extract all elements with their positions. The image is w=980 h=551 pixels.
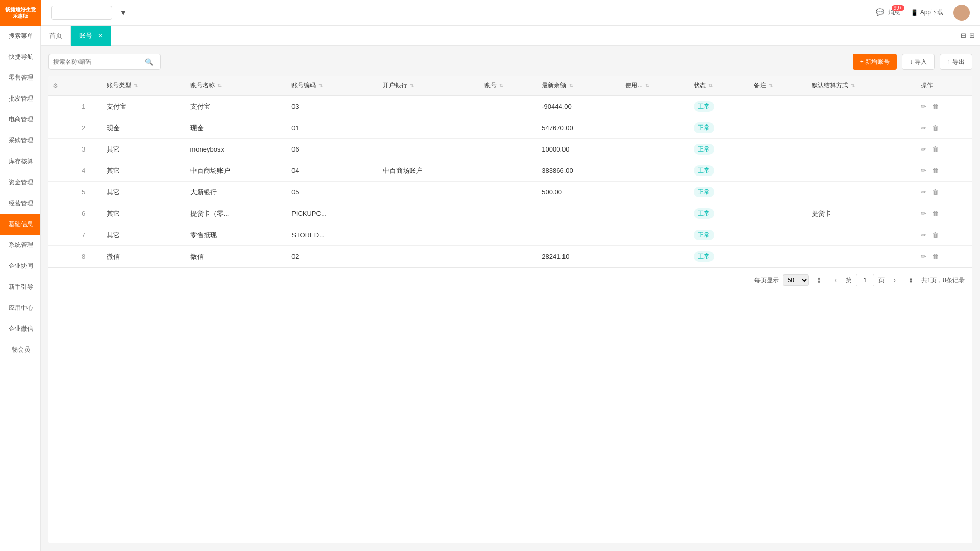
row-name: 零售抵现 bbox=[186, 224, 288, 246]
row-usage bbox=[621, 182, 690, 203]
edit-button[interactable]: ✏ bbox=[921, 210, 926, 217]
row-balance: -90444.00 bbox=[537, 95, 621, 117]
delete-button[interactable]: 🗑 bbox=[932, 231, 939, 239]
row-type: 其它 bbox=[103, 224, 186, 246]
col-balance[interactable]: 最新余额 ⇅ bbox=[537, 76, 621, 95]
table-row: 5 其它 大新银行 05 500.00 正常 ✏ 🗑 bbox=[48, 182, 972, 203]
col-remark[interactable]: 备注 ⇅ bbox=[750, 76, 807, 95]
delete-button[interactable]: 🗑 bbox=[932, 145, 939, 153]
search-icon[interactable]: 🔍 bbox=[145, 58, 153, 66]
sidebar-item-inventory[interactable]: 库存核算 bbox=[0, 151, 40, 172]
col-gear[interactable]: ⚙ bbox=[48, 76, 78, 95]
pg-first-btn[interactable]: ⟪ bbox=[813, 274, 825, 286]
sidebar-item-app-center[interactable]: 应用中心 bbox=[0, 297, 40, 318]
col-status[interactable]: 状态 ⇅ bbox=[690, 76, 750, 95]
col-default-settle[interactable]: 默认结算方式 ⇅ bbox=[807, 76, 917, 95]
row-gear-cell bbox=[48, 117, 78, 139]
edit-button[interactable]: ✏ bbox=[921, 231, 926, 239]
sidebar-item-retail[interactable]: 零售管理 bbox=[0, 67, 40, 88]
table-row: 7 其它 零售抵现 STORED... 正常 ✏ 🗑 bbox=[48, 224, 972, 246]
tab-expand-icon[interactable]: ⊞ bbox=[969, 32, 975, 39]
pg-next-btn[interactable]: › bbox=[889, 274, 901, 286]
delete-button[interactable]: 🗑 bbox=[932, 103, 939, 110]
add-account-button[interactable]: + 新增账号 bbox=[853, 54, 897, 70]
topbar-search-input[interactable] bbox=[51, 6, 112, 20]
page-input[interactable] bbox=[856, 274, 874, 286]
edit-button[interactable]: ✏ bbox=[921, 253, 926, 260]
export-button[interactable]: ↑ 导出 bbox=[940, 54, 972, 70]
row-account bbox=[480, 203, 538, 224]
sidebar-item-enterprise[interactable]: 企业协同 bbox=[0, 256, 40, 277]
row-usage bbox=[621, 246, 690, 267]
topbar-dropdown[interactable]: ▼ bbox=[120, 9, 127, 16]
delete-button[interactable]: 🗑 bbox=[932, 124, 939, 132]
sidebar-item-guide[interactable]: 新手引导 bbox=[0, 277, 40, 297]
col-account[interactable]: 账号 ⇅ bbox=[480, 76, 538, 95]
edit-button[interactable]: ✏ bbox=[921, 188, 926, 196]
table-row: 2 现金 现金 01 547670.00 正常 ✏ 🗑 bbox=[48, 117, 972, 139]
sidebar-item-member[interactable]: 畅会员 bbox=[0, 339, 40, 360]
page-content: 🔍 + 新增账号 ↓ 导入 ↑ 导出 bbox=[41, 46, 980, 551]
row-type: 其它 bbox=[103, 160, 186, 182]
row-usage bbox=[621, 224, 690, 246]
row-status: 正常 bbox=[690, 160, 750, 182]
row-account bbox=[480, 117, 538, 139]
col-name[interactable]: 账号名称 ⇅ bbox=[186, 76, 288, 95]
row-balance: 28241.10 bbox=[537, 246, 621, 267]
edit-button[interactable]: ✏ bbox=[921, 124, 926, 132]
sidebar-item-quick-nav[interactable]: 快捷导航 bbox=[0, 46, 40, 67]
user-avatar[interactable] bbox=[953, 5, 970, 21]
sidebar-item-search[interactable]: 搜索菜单 bbox=[0, 26, 40, 46]
sidebar-item-wechat-work[interactable]: 企业微信 bbox=[0, 318, 40, 339]
edit-button[interactable]: ✏ bbox=[921, 167, 926, 174]
row-remark bbox=[750, 160, 807, 182]
sidebar-item-basic-info[interactable]: 基础信息 bbox=[0, 214, 40, 235]
row-status: 正常 bbox=[690, 203, 750, 224]
search-input[interactable] bbox=[53, 58, 145, 65]
app-download-button[interactable]: 📱 App下载 bbox=[911, 8, 943, 17]
gear-icon[interactable]: ⚙ bbox=[53, 82, 58, 89]
per-page-select[interactable]: 50 100 200 bbox=[783, 274, 809, 286]
row-remark bbox=[750, 182, 807, 203]
pg-prev-btn[interactable]: ‹ bbox=[829, 274, 842, 286]
sidebar-item-ecommerce[interactable]: 电商管理 bbox=[0, 109, 40, 130]
edit-button[interactable]: ✏ bbox=[921, 145, 926, 153]
toolbar: 🔍 + 新增账号 ↓ 导入 ↑ 导出 bbox=[48, 54, 972, 70]
sidebar-item-system[interactable]: 系统管理 bbox=[0, 235, 40, 256]
edit-button[interactable]: ✏ bbox=[921, 103, 926, 110]
table-row: 1 支付宝 支付宝 03 -90444.00 正常 ✏ 🗑 bbox=[48, 95, 972, 117]
sidebar: 畅捷通好生意 乐惠版 搜索菜单 快捷导航 零售管理 批发管理 电商管理 采购管理… bbox=[0, 0, 41, 551]
col-usage[interactable]: 使用... ⇅ bbox=[621, 76, 690, 95]
sidebar-item-finance[interactable]: 资金管理 bbox=[0, 172, 40, 193]
row-code: 04 bbox=[287, 160, 379, 182]
row-bank bbox=[379, 95, 480, 117]
sidebar-item-operations[interactable]: 经营管理 bbox=[0, 193, 40, 214]
sidebar-item-purchase[interactable]: 采购管理 bbox=[0, 130, 40, 151]
row-bank bbox=[379, 139, 480, 160]
row-type: 其它 bbox=[103, 182, 186, 203]
topbar-right: 💬 99+ 消息 📱 App下载 bbox=[876, 5, 970, 21]
row-name: moneybosx bbox=[186, 139, 288, 160]
row-default-settle bbox=[807, 160, 917, 182]
col-code[interactable]: 账号编码 ⇅ bbox=[287, 76, 379, 95]
import-button[interactable]: ↓ 导入 bbox=[902, 54, 935, 70]
import-icon: ↓ bbox=[910, 58, 913, 65]
delete-button[interactable]: 🗑 bbox=[932, 167, 939, 174]
delete-button[interactable]: 🗑 bbox=[932, 253, 939, 260]
row-account bbox=[480, 160, 538, 182]
tab-minimize-icon[interactable]: ⊟ bbox=[961, 32, 966, 39]
tab-account[interactable]: 账号 ✕ bbox=[71, 26, 111, 46]
col-bank[interactable]: 开户银行 ⇅ bbox=[379, 76, 480, 95]
message-button[interactable]: 💬 99+ 消息 bbox=[876, 8, 900, 17]
sidebar-item-wholesale[interactable]: 批发管理 bbox=[0, 88, 40, 109]
col-type[interactable]: 账号类型 ⇅ bbox=[103, 76, 186, 95]
sidebar-logo: 畅捷通好生意 乐惠版 bbox=[0, 0, 41, 26]
pg-last-btn[interactable]: ⟫ bbox=[905, 274, 917, 286]
row-status: 正常 bbox=[690, 246, 750, 267]
row-balance: 547670.00 bbox=[537, 117, 621, 139]
tab-close-icon[interactable]: ✕ bbox=[97, 32, 103, 39]
delete-button[interactable]: 🗑 bbox=[932, 188, 939, 196]
delete-button[interactable]: 🗑 bbox=[932, 210, 939, 217]
tab-home[interactable]: 首页 bbox=[41, 26, 71, 46]
row-actions: ✏ 🗑 bbox=[917, 246, 972, 267]
